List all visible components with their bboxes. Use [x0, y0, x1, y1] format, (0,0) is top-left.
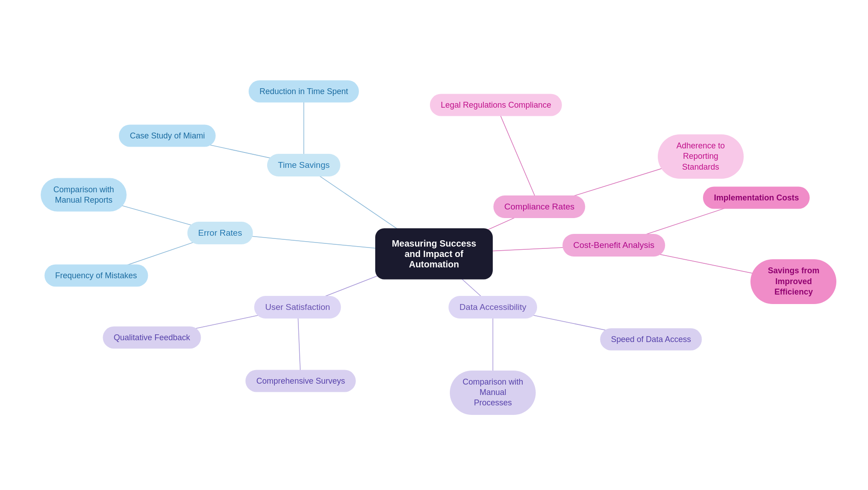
data-accessibility-node[interactable]: Data Accessibility: [448, 296, 537, 319]
comparison-manual-reports-node[interactable]: Comparison with Manual Reports: [41, 178, 127, 212]
error-rates-node[interactable]: Error Rates: [187, 222, 253, 244]
mind-map: Measuring Success and Impact of Automati…: [0, 0, 868, 490]
implementation-costs-node[interactable]: Implementation Costs: [703, 187, 810, 209]
center-node[interactable]: Measuring Success and Impact of Automati…: [375, 228, 493, 280]
case-study-node[interactable]: Case Study of Miami: [119, 125, 216, 147]
cost-benefit-node[interactable]: Cost-Benefit Analysis: [562, 234, 665, 257]
legal-regulations-node[interactable]: Legal Regulations Compliance: [430, 94, 562, 116]
comprehensive-surveys-node[interactable]: Comprehensive Surveys: [245, 370, 356, 392]
speed-data-access-node[interactable]: Speed of Data Access: [600, 328, 702, 351]
time-savings-node[interactable]: Time Savings: [267, 154, 340, 176]
frequency-mistakes-node[interactable]: Frequency of Mistakes: [44, 265, 148, 287]
qualitative-feedback-node[interactable]: Qualitative Feedback: [103, 327, 201, 349]
compliance-rates-node[interactable]: Compliance Rates: [494, 195, 585, 218]
savings-efficiency-node[interactable]: Savings from Improved Efficiency: [750, 259, 836, 304]
user-satisfaction-node[interactable]: User Satisfaction: [254, 296, 341, 319]
comparison-manual-proc-node[interactable]: Comparison with Manual Processes: [450, 371, 536, 415]
svg-line-13: [496, 105, 539, 206]
adherence-reporting-node[interactable]: Adherence to Reporting Standards: [658, 134, 744, 179]
reduction-time-node[interactable]: Reduction in Time Spent: [249, 81, 359, 103]
